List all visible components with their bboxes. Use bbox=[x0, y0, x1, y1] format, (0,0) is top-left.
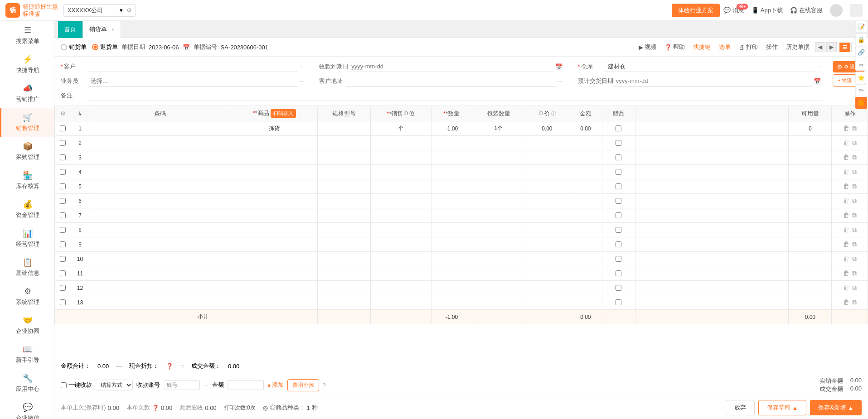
customer-input[interactable] bbox=[88, 61, 297, 72]
add-payment-btn[interactable]: ● 添加 bbox=[267, 381, 284, 389]
delete-row-icon[interactable]: 🗑 bbox=[843, 197, 849, 205]
avatar[interactable] bbox=[830, 4, 843, 17]
online-service-button[interactable]: 🎧 在线客服 bbox=[790, 6, 823, 14]
gift-checkbox[interactable] bbox=[616, 183, 621, 189]
due-date-input[interactable] bbox=[349, 61, 553, 72]
row-qty[interactable] bbox=[431, 208, 472, 223]
customer-addr-input[interactable] bbox=[346, 76, 556, 87]
sidebar-item-basic[interactable]: 📋 基础信息 bbox=[0, 253, 54, 282]
row-spec[interactable] bbox=[317, 150, 370, 165]
row-qty[interactable]: -1.00 bbox=[431, 121, 472, 136]
gift-checkbox[interactable] bbox=[616, 241, 621, 247]
row-spec[interactable] bbox=[317, 266, 370, 281]
sidebar-item-marketing[interactable]: 📣 营销推广 bbox=[0, 79, 54, 108]
row-unit[interactable]: 个 bbox=[370, 121, 431, 136]
row-barcode[interactable] bbox=[89, 237, 231, 252]
barcode-input[interactable] bbox=[93, 226, 227, 233]
row-qty[interactable] bbox=[431, 136, 472, 150]
warehouse-input[interactable] bbox=[605, 61, 815, 72]
right-panel-pen[interactable]: ✏ bbox=[855, 84, 867, 96]
row-pkg-qty[interactable] bbox=[472, 281, 525, 295]
right-panel-link[interactable]: 🔗 bbox=[855, 46, 867, 58]
radio-return-order[interactable]: 退货单 bbox=[92, 43, 118, 51]
row-goods[interactable]: 拣货 bbox=[231, 121, 318, 136]
row-unit[interactable] bbox=[370, 194, 431, 208]
row-price[interactable] bbox=[525, 136, 569, 150]
message-button[interactable]: 💬 消息 99+ bbox=[723, 6, 744, 14]
barcode-input[interactable] bbox=[93, 140, 227, 146]
row-barcode[interactable] bbox=[89, 150, 231, 165]
row-pkg-qty[interactable] bbox=[472, 165, 525, 179]
calendar-icon[interactable]: 📅 bbox=[183, 44, 190, 51]
barcode-input[interactable] bbox=[93, 212, 227, 219]
next-record-btn[interactable]: ▶ bbox=[826, 42, 837, 52]
row-barcode[interactable] bbox=[89, 208, 231, 223]
gift-checkbox[interactable] bbox=[616, 299, 621, 305]
row-pkg-qty[interactable] bbox=[472, 266, 525, 281]
barcode-input[interactable] bbox=[93, 241, 227, 248]
row-spec[interactable] bbox=[317, 295, 370, 310]
row-checkbox[interactable] bbox=[60, 154, 66, 160]
row-price[interactable] bbox=[525, 223, 569, 237]
row-pkg-qty[interactable] bbox=[472, 295, 525, 310]
row-barcode[interactable] bbox=[89, 281, 231, 295]
row-goods[interactable] bbox=[231, 266, 318, 281]
row-pkg-qty[interactable] bbox=[472, 208, 525, 223]
row-qty[interactable] bbox=[431, 266, 472, 281]
payment-help-icon[interactable]: ? bbox=[323, 382, 326, 389]
barcode-input[interactable] bbox=[93, 255, 227, 262]
copy-row-icon[interactable]: ⧉ bbox=[852, 212, 857, 219]
row-barcode[interactable] bbox=[89, 136, 231, 150]
row-unit[interactable] bbox=[370, 208, 431, 223]
row-price[interactable] bbox=[525, 237, 569, 252]
row-goods[interactable] bbox=[231, 179, 318, 194]
row-goods[interactable] bbox=[231, 295, 318, 310]
tab-sales-order[interactable]: 销货单 × bbox=[83, 21, 121, 38]
row-unit[interactable] bbox=[370, 150, 431, 165]
stat2-help-icon[interactable]: ❓ bbox=[152, 405, 159, 411]
row-price[interactable] bbox=[525, 150, 569, 165]
delete-row-icon[interactable]: 🗑 bbox=[843, 299, 849, 306]
row-barcode[interactable] bbox=[89, 165, 231, 179]
row-unit[interactable] bbox=[370, 266, 431, 281]
row-amount[interactable] bbox=[569, 237, 602, 252]
one-click-pay-checkbox[interactable] bbox=[61, 382, 67, 388]
gift-checkbox[interactable] bbox=[616, 212, 621, 218]
delete-row-icon[interactable]: 🗑 bbox=[843, 226, 849, 234]
delete-row-icon[interactable]: 🗑 bbox=[843, 270, 849, 277]
row-amount[interactable] bbox=[569, 208, 602, 223]
row-amount[interactable] bbox=[569, 150, 602, 165]
company-selector[interactable]: XXXXXX公司 ▾ ⚙ bbox=[63, 4, 136, 17]
delete-row-icon[interactable]: 🗑 bbox=[843, 255, 849, 263]
right-panel-star[interactable]: ⭐ bbox=[855, 72, 867, 83]
sidebar-item-system[interactable]: ⚙ 系统管理 bbox=[0, 282, 54, 311]
row-barcode[interactable] bbox=[89, 121, 231, 136]
barcode-input[interactable] bbox=[93, 197, 227, 204]
row-amount[interactable] bbox=[569, 179, 602, 194]
user-menu[interactable] bbox=[850, 4, 863, 17]
copy-row-icon[interactable]: ⧉ bbox=[852, 299, 857, 306]
discount-help-icon[interactable]: ❓ bbox=[166, 363, 173, 370]
select-btn[interactable]: 选单 bbox=[716, 42, 733, 53]
copy-row-icon[interactable]: ⧉ bbox=[852, 183, 857, 190]
row-barcode[interactable] bbox=[89, 295, 231, 310]
row-amount[interactable] bbox=[569, 266, 602, 281]
row-unit[interactable] bbox=[370, 252, 431, 266]
row-unit[interactable] bbox=[370, 179, 431, 194]
copy-row-icon[interactable]: ⧉ bbox=[852, 284, 857, 292]
row-goods[interactable] bbox=[231, 281, 318, 295]
copy-row-icon[interactable]: ⧉ bbox=[852, 168, 857, 176]
row-checkbox[interactable] bbox=[60, 285, 66, 291]
right-panel-edit[interactable]: ✏ bbox=[855, 59, 867, 71]
payment-method-select[interactable]: 结算方式 bbox=[96, 380, 133, 390]
help-btn[interactable]: ❓ 帮助 bbox=[662, 42, 688, 53]
tab-close-icon[interactable]: × bbox=[112, 27, 114, 32]
row-price[interactable] bbox=[525, 194, 569, 208]
right-panel-note[interactable]: 📝 bbox=[855, 21, 867, 33]
delete-row-icon[interactable]: 🗑 bbox=[843, 168, 849, 176]
gift-checkbox[interactable] bbox=[616, 125, 621, 131]
row-price[interactable] bbox=[525, 179, 569, 194]
sidebar-item-search[interactable]: ☰ 搜索菜单 bbox=[0, 21, 54, 50]
sidebar-item-quick-nav[interactable]: ⚡ 快捷导航 bbox=[0, 50, 54, 79]
expense-split-btn[interactable]: 费用分摊 bbox=[287, 379, 319, 391]
